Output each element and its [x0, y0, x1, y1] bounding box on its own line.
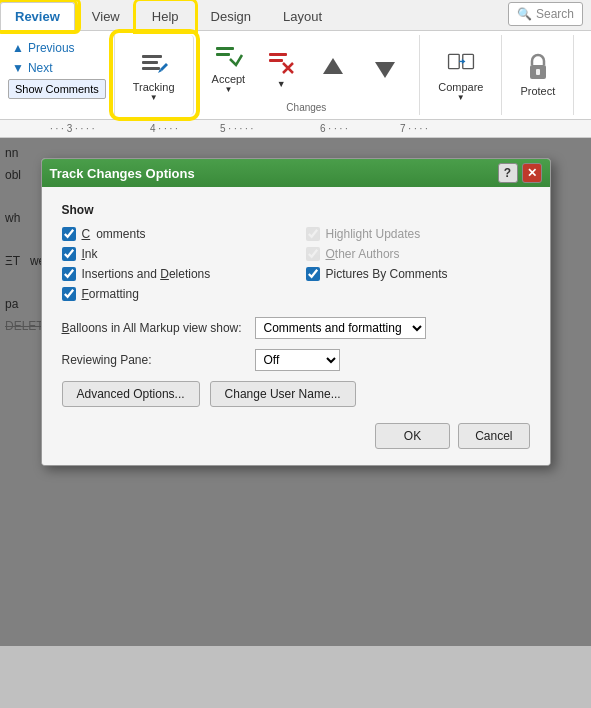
formatting-checkbox[interactable]	[62, 287, 76, 301]
previous-button[interactable]: ▲ Previous	[8, 39, 106, 57]
help-button[interactable]: ?	[498, 163, 518, 183]
changes-label: Changes	[286, 98, 326, 113]
ribbon-group-compare: Compare ▼	[420, 35, 502, 115]
reviewing-pane-select[interactable]: Off Vertical Horizontal	[255, 349, 340, 371]
svg-marker-7	[323, 58, 343, 74]
ink-label: Ink	[82, 247, 98, 261]
advanced-options-button[interactable]: Advanced Options...	[62, 381, 200, 407]
svg-rect-14	[536, 69, 540, 75]
highlight-updates-label: Highlight Updates	[326, 227, 421, 241]
dialog-body: Show Comments Highlight Updates	[42, 187, 550, 465]
next-icon: ▼	[12, 61, 24, 75]
ruler-mark-5: 5 · · · · ·	[220, 123, 253, 134]
pictures-by-comments-label: Pictures By Comments	[326, 267, 448, 281]
dialog-title: Track Changes Options	[50, 166, 195, 181]
svg-rect-3	[216, 47, 234, 50]
insertions-deletions-label: Insertions and Deletions	[82, 267, 211, 281]
dialog-titlebar: Track Changes Options ? ✕	[42, 159, 550, 187]
dialog-controls: ? ✕	[498, 163, 542, 183]
comments-label: C	[82, 227, 91, 241]
search-icon: 🔍	[517, 7, 532, 21]
protect-buttons: Protect	[512, 37, 563, 113]
prev-change-button[interactable]	[309, 48, 357, 88]
changes-buttons: Accept ▼ ▼	[204, 37, 410, 98]
ribbon-group-nav: ▲ Previous ▼ Next Show Comments	[0, 35, 115, 115]
ruler-mark-7: 7 · · · ·	[400, 123, 428, 134]
protect-icon	[522, 53, 554, 85]
tracking-buttons: Tracking ▼	[125, 37, 183, 113]
ribbon-group-tracking: Tracking ▼	[115, 35, 194, 115]
dialog-ok-cancel-row: OK Cancel	[62, 423, 530, 449]
accept-dropdown-icon: ▼	[224, 85, 232, 94]
tracking-button[interactable]: Tracking ▼	[125, 45, 183, 106]
balloons-select-wrap: Comments and formatting All revisions in…	[255, 317, 426, 339]
search-box[interactable]: 🔍 Search	[508, 2, 583, 26]
ruler: · · · 3 · · · · 4 · · · · 5 · · · · · 6 …	[0, 120, 591, 138]
checkboxes-grid: Comments Highlight Updates Ink	[62, 227, 530, 301]
compare-icon	[445, 49, 477, 81]
pictures-by-comments-checkbox[interactable]	[306, 267, 320, 281]
tab-help[interactable]: Help	[137, 2, 194, 30]
other-authors-checkbox[interactable]	[306, 247, 320, 261]
next-button[interactable]: ▼ Next	[8, 59, 106, 77]
svg-rect-6	[269, 59, 283, 62]
checkbox-pictures-by-comments: Pictures By Comments	[306, 267, 530, 281]
highlight-updates-checkbox[interactable]	[306, 227, 320, 241]
svg-rect-0	[142, 55, 162, 58]
search-label: Search	[536, 7, 574, 21]
balloons-label: Balloons in All Markup view show:	[62, 321, 247, 335]
document-background: nn obl wh ΞT we pa DELETED at will, at a…	[0, 138, 591, 646]
reject-icon	[265, 47, 297, 79]
insertions-deletions-checkbox[interactable]	[62, 267, 76, 281]
prev-change-icon	[317, 52, 349, 84]
comments-checkbox[interactable]	[62, 227, 76, 241]
cancel-button[interactable]: Cancel	[458, 423, 529, 449]
ink-checkbox[interactable]	[62, 247, 76, 261]
svg-marker-12	[462, 58, 466, 63]
compare-buttons: Compare ▼	[430, 37, 491, 113]
reviewing-pane-select-wrap: Off Vertical Horizontal	[255, 349, 340, 371]
tab-review[interactable]: Review	[0, 2, 75, 30]
checkbox-highlight-updates: Highlight Updates	[306, 227, 530, 241]
ribbon-group-changes: Accept ▼ ▼	[194, 35, 421, 115]
ruler-mark-6: 6 · · · ·	[320, 123, 348, 134]
close-button[interactable]: ✕	[522, 163, 542, 183]
other-authors-label: Other Authors	[326, 247, 400, 261]
dialog-action-buttons: Advanced Options... Change User Name...	[62, 381, 530, 407]
svg-rect-9	[448, 54, 459, 68]
svg-marker-8	[375, 62, 395, 78]
svg-rect-5	[269, 53, 287, 56]
svg-rect-4	[216, 53, 230, 56]
ruler-inner: · · · 3 · · · · 4 · · · · 5 · · · · · 6 …	[20, 120, 591, 137]
next-change-button[interactable]	[361, 48, 409, 88]
compare-dropdown-icon: ▼	[457, 93, 465, 102]
track-changes-options-dialog: Track Changes Options ? ✕ Show Comments	[41, 158, 551, 466]
checkbox-comments: Comments	[62, 227, 286, 241]
reviewing-pane-label: Reviewing Pane:	[62, 353, 247, 367]
previous-icon: ▲	[12, 41, 24, 55]
tab-design[interactable]: Design	[196, 2, 266, 30]
checkbox-other-authors: Other Authors	[306, 247, 530, 261]
ok-button[interactable]: OK	[375, 423, 450, 449]
balloons-row: Balloons in All Markup view show: Commen…	[62, 317, 530, 339]
reject-button[interactable]: ▼	[257, 43, 305, 93]
ribbon: Review View Help Design Layout 🔍 Search …	[0, 0, 591, 120]
ribbon-group-protect: Protect	[502, 35, 574, 115]
tab-layout[interactable]: Layout	[268, 2, 337, 30]
tracking-icon	[138, 49, 170, 81]
ruler-mark-4: 4 · · · ·	[150, 123, 178, 134]
dialog-overlay: Track Changes Options ? ✕ Show Comments	[0, 138, 591, 646]
svg-rect-2	[142, 67, 160, 70]
balloons-select[interactable]: Comments and formatting All revisions in…	[255, 317, 426, 339]
ribbon-tab-bar: Review View Help Design Layout 🔍 Search	[0, 0, 591, 31]
accept-icon	[212, 41, 244, 73]
accept-button[interactable]: Accept ▼	[204, 37, 254, 98]
checkbox-ink: Ink	[62, 247, 286, 261]
compare-button[interactable]: Compare ▼	[430, 45, 491, 106]
tab-view[interactable]: View	[77, 2, 135, 30]
empty-cell	[306, 287, 530, 301]
reviewing-pane-row: Reviewing Pane: Off Vertical Horizontal	[62, 349, 530, 371]
change-user-name-button[interactable]: Change User Name...	[210, 381, 356, 407]
show-comments-button[interactable]: Show Comments	[8, 79, 106, 99]
protect-button[interactable]: Protect	[512, 49, 563, 101]
